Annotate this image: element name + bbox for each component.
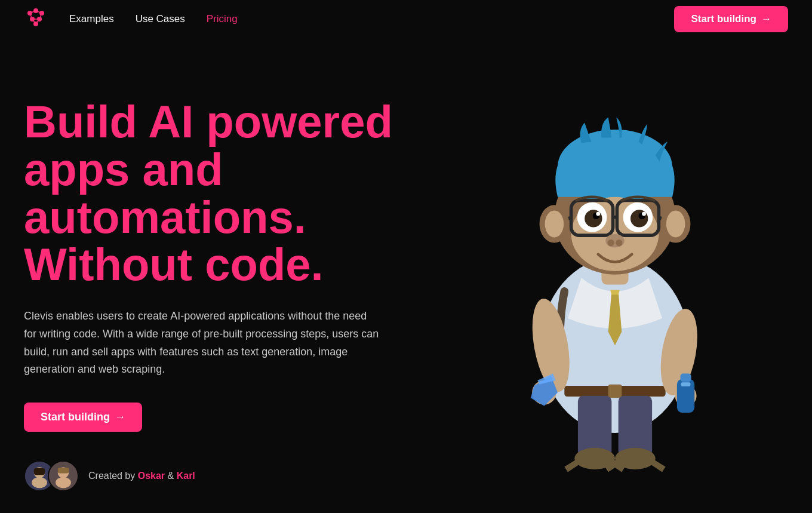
- nav-cta-label: Start building: [691, 13, 756, 25]
- logo[interactable]: [24, 7, 48, 31]
- nav-link-pricing[interactable]: Pricing: [207, 13, 238, 25]
- creator-karl-link[interactable]: Karl: [177, 471, 195, 481]
- hero-section: Build AI powered apps and automations. W…: [0, 38, 812, 504]
- hero-cta-button[interactable]: Start building →: [24, 403, 142, 432]
- creator-oskar-link[interactable]: Oskar: [138, 471, 165, 481]
- creators-separator: &: [168, 471, 174, 481]
- mascot-illustration: [442, 62, 788, 480]
- hero-cta-arrow: →: [115, 411, 125, 423]
- svg-point-27: [615, 448, 656, 469]
- hero-mascot: [442, 62, 788, 480]
- hero-heading-line4: Without code.: [24, 239, 324, 290]
- nav-link-usecases[interactable]: Use Cases: [136, 13, 185, 25]
- nav-cta-button[interactable]: Start building →: [674, 6, 788, 32]
- hero-cta-label: Start building: [41, 411, 110, 423]
- svg-point-60: [666, 210, 685, 237]
- svg-point-56: [616, 239, 622, 246]
- svg-point-19: [56, 477, 71, 488]
- hero-heading-line2: apps and: [24, 144, 223, 195]
- svg-point-52: [596, 212, 600, 216]
- hero-heading-line1: Build AI powered: [24, 96, 393, 147]
- hero-description: Clevis enables users to create AI-powere…: [24, 308, 382, 379]
- hero-heading: Build AI powered apps and automations. W…: [24, 98, 393, 288]
- svg-rect-24: [578, 396, 611, 457]
- nav-link-examples[interactable]: Examples: [69, 13, 114, 25]
- hero-heading-line3: automations.: [24, 192, 306, 242]
- creators-text: Created by Oskar & Karl: [88, 471, 195, 481]
- svg-rect-16: [34, 468, 45, 475]
- svg-rect-23: [608, 385, 622, 398]
- svg-rect-35: [681, 374, 691, 382]
- navbar: Examples Use Cases Pricing Start buildin…: [0, 0, 812, 38]
- svg-point-55: [608, 239, 614, 246]
- nav-cta-arrow: →: [761, 13, 771, 25]
- logo-icon: [24, 7, 48, 31]
- creators: Created by Oskar & Karl: [24, 460, 393, 492]
- svg-point-15: [32, 477, 47, 488]
- svg-point-53: [642, 212, 646, 216]
- svg-rect-25: [619, 396, 652, 457]
- hero-content: Build AI powered apps and automations. W…: [24, 86, 393, 492]
- avatar-karl: [48, 460, 79, 492]
- avatars: [24, 460, 79, 492]
- svg-point-58: [545, 210, 564, 237]
- svg-rect-36: [681, 382, 691, 386]
- svg-rect-20: [58, 468, 69, 473]
- creators-prefix: Created by: [88, 471, 135, 481]
- nav-left: Examples Use Cases Pricing: [24, 7, 238, 31]
